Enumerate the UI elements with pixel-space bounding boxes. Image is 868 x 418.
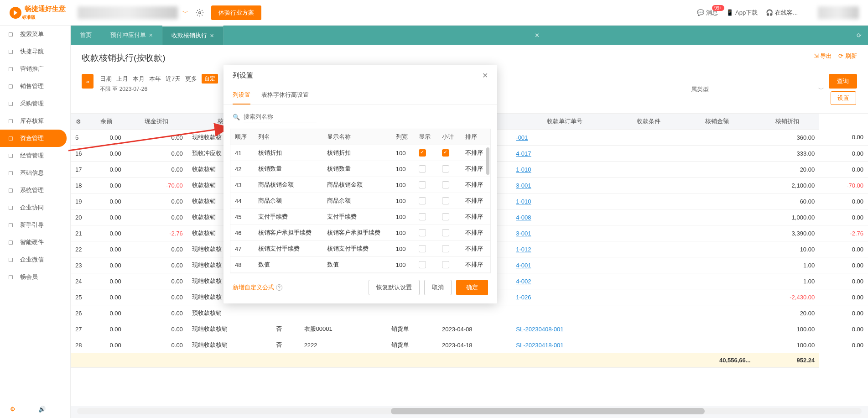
subtotal-checkbox[interactable] xyxy=(442,149,449,157)
help-icon[interactable]: ? xyxy=(276,284,282,291)
column-config-row: 47核销支付手续费核销支付手续费100不排序 xyxy=(230,241,490,257)
sort-select[interactable]: 不排序 xyxy=(461,225,490,241)
modal-scrollbar[interactable] xyxy=(486,147,489,175)
show-checkbox[interactable] xyxy=(419,197,426,204)
sort-select[interactable]: 不排序 xyxy=(461,209,490,225)
column-config-row: 45支付手续费支付手续费100不排序 xyxy=(230,209,490,225)
subtotal-checkbox[interactable] xyxy=(442,245,449,252)
column-config-row: 46核销客户承担手续费核销客户承担手续费100不排序 xyxy=(230,225,490,241)
show-checkbox[interactable] xyxy=(419,181,426,188)
show-checkbox[interactable] xyxy=(419,213,426,220)
subtotal-checkbox[interactable] xyxy=(442,261,449,268)
subtotal-checkbox[interactable] xyxy=(442,197,449,204)
cancel-button[interactable]: 取消 xyxy=(424,280,452,295)
column-config-row: 41核销折扣核销折扣100不排序 xyxy=(230,145,490,161)
modal-tab-font[interactable]: 表格字体行高设置 xyxy=(261,86,309,104)
show-checkbox[interactable] xyxy=(419,229,426,236)
sort-select[interactable]: 不排序 xyxy=(461,177,490,193)
column-config-row: 42核销数量核销数量100不排序 xyxy=(230,161,490,177)
column-config-row: 44商品余额商品余额100不排序 xyxy=(230,193,490,209)
show-checkbox[interactable] xyxy=(419,149,426,157)
ok-button[interactable]: 确定 xyxy=(456,280,488,295)
column-search-input[interactable] xyxy=(244,111,317,122)
show-checkbox[interactable] xyxy=(419,165,426,172)
subtotal-checkbox[interactable] xyxy=(442,181,449,188)
column-config-row: 43商品核销金额商品核销金额100不排序 xyxy=(230,177,490,193)
restore-defaults-button[interactable]: 恢复默认设置 xyxy=(369,280,420,295)
subtotal-checkbox[interactable] xyxy=(442,213,449,220)
modal-tab-columns[interactable]: 列设置 xyxy=(233,86,250,104)
search-icon: 🔍 xyxy=(233,114,240,120)
sort-select[interactable]: 不排序 xyxy=(461,241,490,257)
sort-select[interactable]: 不排序 xyxy=(461,193,490,209)
column-config-row: 48数值数值100不排序 xyxy=(230,257,490,273)
modal-title: 列设置 xyxy=(233,71,253,80)
column-settings-modal: 列设置 ✕ 列设置 表格字体行高设置 🔍 顺序 列名 显示名称 列宽 显示 小计… xyxy=(223,65,497,303)
modal-close-icon[interactable]: ✕ xyxy=(482,71,488,80)
show-checkbox[interactable] xyxy=(419,261,426,268)
subtotal-checkbox[interactable] xyxy=(442,229,449,236)
sort-select[interactable]: 不排序 xyxy=(461,257,490,273)
show-checkbox[interactable] xyxy=(419,245,426,252)
add-formula-link[interactable]: 新增自定义公式 ? xyxy=(233,283,282,292)
subtotal-checkbox[interactable] xyxy=(442,165,449,172)
